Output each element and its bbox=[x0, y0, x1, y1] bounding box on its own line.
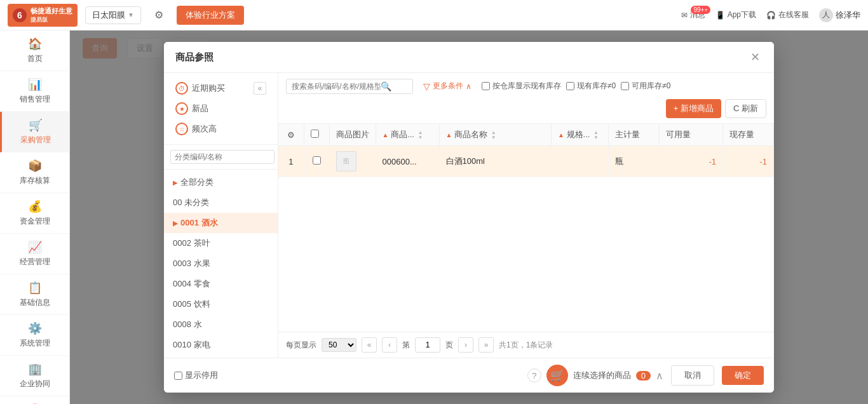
cat-item-00[interactable]: 00 未分类 bbox=[164, 192, 278, 213]
cancel-button[interactable]: 取消 bbox=[671, 365, 714, 386]
modal-body: ⏱ 近期购买 « ★ 新品 ☆ 频次高 bbox=[164, 73, 774, 358]
row-code: 000600... bbox=[376, 146, 439, 177]
filter-icon: ▽ bbox=[423, 81, 430, 91]
next-page-button[interactable]: › bbox=[458, 337, 473, 353]
row-checkbox[interactable] bbox=[313, 156, 321, 165]
online-service-item[interactable]: 🎧 在线客服 bbox=[766, 10, 809, 20]
sidebar-item-guide[interactable]: 🎯 新手引导 bbox=[0, 396, 69, 404]
system-icon: ⚙️ bbox=[28, 321, 42, 335]
toolbar-right: + 新增商品 C 刷新 bbox=[666, 99, 766, 118]
modal-left-panel: ⏱ 近期购买 « ★ 新品 ☆ 频次高 bbox=[164, 73, 278, 358]
quick-item-frequent[interactable]: ☆ 频次高 bbox=[170, 119, 271, 139]
sort-arrow-up-name: ▲ bbox=[446, 131, 452, 138]
user-item[interactable]: 人 徐泽华 bbox=[819, 8, 860, 22]
product-search-icon[interactable]: 🔍 bbox=[381, 81, 391, 91]
modal-header: 商品参照 ✕ bbox=[164, 42, 774, 73]
close-icon[interactable]: ✕ bbox=[747, 50, 763, 65]
sort-icon-code: ▲▼ bbox=[418, 130, 423, 140]
logo-text: 畅捷通好生意 捷易版 bbox=[31, 6, 72, 24]
sidebar-item-inventory[interactable]: 📦 库存核算 bbox=[0, 152, 69, 193]
page-label: 第 bbox=[402, 340, 410, 351]
refresh-button[interactable]: C 刷新 bbox=[725, 99, 766, 118]
modal-backdrop: 商品参照 ✕ ⏱ 近期购买 « ★ bbox=[70, 30, 868, 404]
recent-icon: ⏱ bbox=[175, 82, 188, 95]
app-download-item[interactable]: 📱 App下载 bbox=[715, 10, 756, 20]
modal-footer: 显示停用 ? 🛒 连续选择的商品 0 ∧ 取消 确定 bbox=[164, 358, 774, 393]
cart-icon[interactable]: 🛒 bbox=[546, 365, 568, 386]
filter-collapse-icon: ∧ bbox=[466, 82, 471, 91]
sidebar-item-operation[interactable]: 📈 经营管理 bbox=[0, 234, 69, 274]
cat-item-all[interactable]: ▶ 全部分类 bbox=[164, 172, 278, 192]
select-all-checkbox[interactable] bbox=[311, 130, 319, 138]
add-product-button[interactable]: + 新增商品 bbox=[666, 99, 721, 118]
pagination-bar: 每页显示 50 10 20 100 « ‹ 第 页 bbox=[278, 332, 774, 358]
usable-stock-checkbox[interactable]: 可用库存≠0 bbox=[621, 81, 670, 91]
cat-item-0002[interactable]: 0002 茶叶 bbox=[164, 233, 278, 253]
th-name[interactable]: ▲ 商品名称 ▲▼ bbox=[439, 124, 552, 146]
sales-icon: 📊 bbox=[28, 77, 42, 91]
category-search-input[interactable] bbox=[170, 150, 275, 164]
sidebar-item-sales[interactable]: 📊 销售管理 bbox=[0, 71, 69, 112]
available-stock-check[interactable] bbox=[566, 82, 574, 90]
message-item[interactable]: ✉ 消息 99++ bbox=[681, 10, 705, 20]
product-thumbnail: 图 bbox=[336, 151, 356, 172]
message-badge: 99++ bbox=[691, 6, 710, 14]
content-area: 查询 设置 刷新 商品参照 ✕ ⏱ bbox=[70, 30, 868, 404]
cat-item-0005[interactable]: 0005 饮料 bbox=[164, 294, 278, 314]
cat-item-0010[interactable]: 0010 家电 bbox=[164, 335, 278, 355]
sidebar-item-home[interactable]: 🏠 首页 bbox=[0, 30, 69, 71]
cat-item-0003[interactable]: 0003 水果 bbox=[164, 253, 278, 274]
first-page-button[interactable]: « bbox=[362, 337, 377, 353]
th-settings[interactable]: ⚙ bbox=[278, 124, 304, 146]
category-search: 🔍 bbox=[164, 145, 278, 170]
table-row[interactable]: 1 图 000600... 白酒100ml 瓶 -1 -1 bbox=[278, 146, 774, 177]
collapse-cart-icon[interactable]: ∧ bbox=[656, 370, 663, 382]
cat-item-0001[interactable]: ▶ 0001 酒水 bbox=[164, 213, 278, 233]
trial-button[interactable]: 体验行业方案 bbox=[177, 6, 244, 25]
sidebar-item-system[interactable]: ⚙️ 系统管理 bbox=[0, 315, 69, 356]
page-size-select[interactable]: 50 10 20 100 bbox=[322, 338, 356, 352]
show-disabled-checkbox[interactable]: 显示停用 bbox=[174, 370, 218, 381]
row-unit: 瓶 bbox=[609, 146, 660, 177]
cart-label: 连续选择的商品 bbox=[573, 370, 631, 381]
modal-commodity-reference: 商品参照 ✕ ⏱ 近期购买 « ★ bbox=[164, 42, 774, 393]
filter-button[interactable]: ▽ 更多条件 ∧ bbox=[418, 78, 477, 94]
warehouse-display-checkbox[interactable]: 按仓库显示现有库存 bbox=[482, 81, 561, 91]
product-table-area: ⚙ 商品图片 bbox=[278, 124, 774, 332]
settings-icon[interactable]: ⚙ bbox=[149, 5, 169, 25]
help-icon[interactable]: ? bbox=[527, 368, 541, 382]
th-unit: 主计量 bbox=[609, 124, 660, 146]
cat-item-0008[interactable]: 0008 水 bbox=[164, 314, 278, 335]
quick-item-recent[interactable]: ⏱ 近期购买 « bbox=[170, 78, 271, 98]
th-spec[interactable]: ▲ 规格... ▲▼ bbox=[552, 124, 609, 146]
collapse-button[interactable]: « bbox=[254, 82, 266, 95]
page-label-2: 页 bbox=[445, 340, 453, 351]
confirm-button[interactable]: 确定 bbox=[722, 366, 764, 385]
row-checkbox-cell[interactable] bbox=[304, 146, 329, 177]
cat-item-0004[interactable]: 0004 零食 bbox=[164, 274, 278, 294]
avatar: 人 bbox=[819, 8, 833, 22]
sidebar-item-finance[interactable]: 💰 资金管理 bbox=[0, 193, 69, 234]
cart-area: ? 🛒 连续选择的商品 0 ∧ bbox=[527, 365, 663, 386]
cart-count: 0 bbox=[636, 371, 651, 380]
sidebar-item-basic[interactable]: 📋 基础信息 bbox=[0, 274, 69, 315]
warehouse-display-check[interactable] bbox=[482, 82, 490, 90]
th-code[interactable]: ▲ 商品... ▲▼ bbox=[376, 124, 439, 146]
sidebar-item-enterprise[interactable]: 🏢 企业协同 bbox=[0, 356, 69, 396]
modal-toolbar: 🔍 ▽ 更多条件 ∧ 按仓库显示现有库存 bbox=[278, 73, 774, 124]
table-settings-icon[interactable]: ⚙ bbox=[287, 130, 295, 140]
show-disabled-check[interactable] bbox=[174, 372, 182, 380]
page-input[interactable] bbox=[415, 337, 440, 353]
usable-stock-check[interactable] bbox=[621, 82, 629, 90]
headset-icon: 🎧 bbox=[766, 11, 776, 20]
available-stock-checkbox[interactable]: 现有库存≠0 bbox=[566, 81, 616, 91]
sort-arrow-up-spec: ▲ bbox=[558, 131, 564, 138]
inventory-icon: 📦 bbox=[28, 159, 42, 173]
phone-icon: 📱 bbox=[715, 11, 725, 20]
nav-selector[interactable]: 日太阳膜 ▼ bbox=[85, 6, 141, 24]
prev-page-button[interactable]: ‹ bbox=[382, 337, 397, 353]
last-page-button[interactable]: » bbox=[478, 337, 494, 353]
product-search-input[interactable] bbox=[292, 82, 381, 91]
quick-item-new[interactable]: ★ 新品 bbox=[170, 98, 271, 119]
sidebar-item-purchase[interactable]: 🛒 采购管理 bbox=[0, 112, 69, 152]
